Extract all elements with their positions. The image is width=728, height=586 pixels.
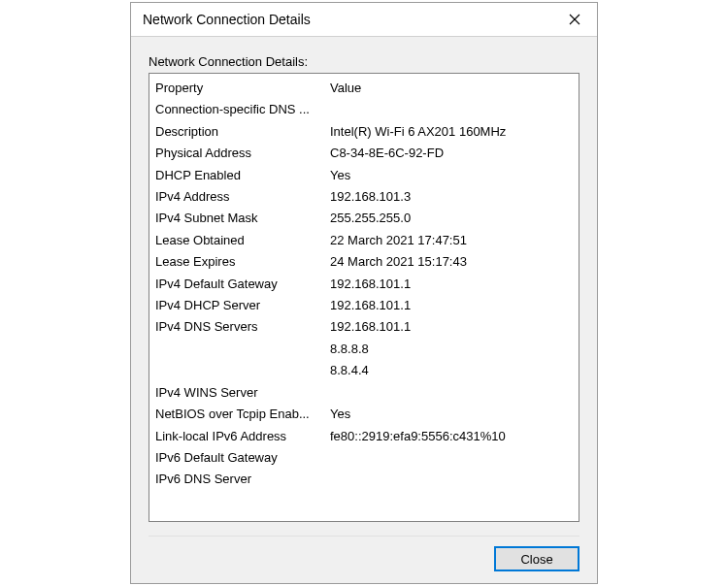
property-cell[interactable] — [155, 360, 326, 381]
property-cell[interactable]: Physical Address — [155, 143, 326, 164]
value-cell[interactable]: 192.168.101.1 — [330, 274, 573, 295]
property-cell[interactable]: IPv4 DHCP Server — [155, 295, 326, 316]
property-cell[interactable]: IPv4 Default Gateway — [155, 274, 326, 295]
value-cell[interactable]: 22 March 2021 17:47:51 — [330, 230, 573, 251]
dialog-client-area: Network Connection Details: Property Val… — [131, 37, 597, 583]
value-cell[interactable]: 8.8.8.8 — [330, 339, 573, 360]
window-close-button[interactable] — [552, 3, 597, 36]
close-icon — [569, 14, 580, 25]
value-cell[interactable]: 192.168.101.1 — [330, 295, 573, 316]
value-cell[interactable] — [330, 99, 573, 120]
value-cell[interactable]: C8-34-8E-6C-92-FD — [330, 143, 573, 164]
property-cell[interactable]: IPv4 Subnet Mask — [155, 208, 326, 229]
property-cell[interactable]: IPv6 DNS Server — [155, 469, 326, 490]
button-row: Close — [149, 537, 579, 571]
value-cell[interactable]: 8.8.4.4 — [330, 360, 573, 381]
property-cell[interactable]: NetBIOS over Tcpip Enab... — [155, 404, 326, 425]
value-cell[interactable]: fe80::2919:efa9:5556:c431%10 — [330, 426, 573, 447]
property-cell[interactable]: Description — [155, 121, 326, 143]
column-header-value[interactable]: Value — [330, 78, 573, 99]
value-cell[interactable]: 192.168.101.3 — [330, 186, 573, 208]
column-header-property[interactable]: Property — [155, 78, 326, 99]
network-connection-details-dialog: Network Connection Details Network Conne… — [130, 2, 598, 584]
property-cell[interactable]: Connection-specific DNS ... — [155, 99, 326, 120]
property-cell[interactable]: Lease Expires — [155, 251, 326, 273]
titlebar: Network Connection Details — [131, 3, 597, 37]
window-title: Network Connection Details — [143, 12, 311, 27]
property-cell[interactable]: IPv6 Default Gateway — [155, 447, 326, 469]
value-cell[interactable]: Intel(R) Wi-Fi 6 AX201 160MHz — [330, 121, 573, 143]
value-cell[interactable] — [330, 447, 573, 469]
value-cell[interactable]: Yes — [330, 165, 573, 186]
details-listview[interactable]: Property Value Connection-specific DNS .… — [149, 73, 579, 522]
property-cell[interactable]: IPv4 WINS Server — [155, 382, 326, 404]
property-cell[interactable]: IPv4 DNS Servers — [155, 316, 326, 338]
value-cell[interactable]: 24 March 2021 15:17:43 — [330, 251, 573, 273]
details-label: Network Connection Details: — [149, 54, 579, 69]
value-cell[interactable] — [330, 469, 573, 490]
close-button[interactable]: Close — [494, 546, 579, 571]
property-cell[interactable]: Lease Obtained — [155, 230, 326, 251]
value-cell[interactable]: 255.255.255.0 — [330, 208, 573, 229]
value-cell[interactable]: 192.168.101.1 — [330, 316, 573, 338]
value-cell[interactable] — [330, 382, 573, 404]
property-cell[interactable]: IPv4 Address — [155, 186, 326, 208]
property-cell[interactable]: DHCP Enabled — [155, 165, 326, 186]
property-cell[interactable] — [155, 339, 326, 360]
property-cell[interactable]: Link-local IPv6 Address — [155, 426, 326, 447]
value-cell[interactable]: Yes — [330, 404, 573, 425]
